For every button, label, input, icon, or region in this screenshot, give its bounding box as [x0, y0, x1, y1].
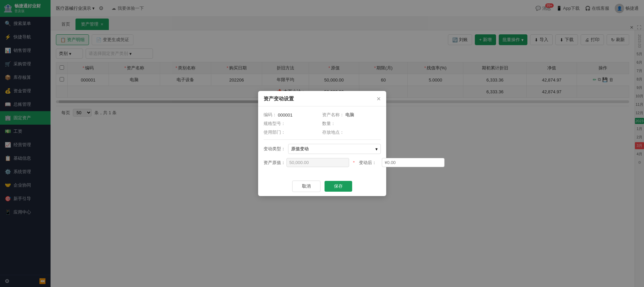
dialog-location-item: 存放地点：: [322, 129, 381, 135]
asset-name-label: 资产名称：: [322, 112, 344, 118]
dept-label: 使用部门：: [264, 129, 285, 135]
dialog-info-grid: 编码： 000001 资产名称： 电脑 规格型号： 数量： 使用部门：: [264, 112, 381, 140]
dialog-footer: 取消 保存: [258, 177, 386, 196]
dialog-close-btn[interactable]: ✕: [376, 96, 381, 102]
change-type-field: 变动类型： 原值变动 ▾: [264, 144, 381, 154]
dialog-overlay: 资产变动设置 ✕ 编码： 000001 资产名称： 电脑 规格型号： 数量：: [0, 0, 644, 287]
code-label: 编码：: [264, 112, 277, 118]
cancel-button[interactable]: 取消: [292, 181, 320, 192]
dialog-body: 编码： 000001 资产名称： 电脑 规格型号： 数量： 使用部门：: [258, 106, 386, 177]
dialog-dept-item: 使用部门：: [264, 129, 322, 135]
spec-label: 规格型号：: [264, 121, 285, 127]
original-value-input: [286, 158, 349, 167]
change-type-dropdown-icon: ▾: [375, 147, 378, 152]
after-label: 变动后：: [359, 160, 379, 166]
dialog-code-item: 编码： 000001: [264, 112, 322, 118]
dialog-name-item: 资产名称： 电脑: [322, 112, 381, 118]
dialog-title: 资产变动设置: [264, 96, 294, 102]
asset-change-dialog: 资产变动设置 ✕ 编码： 000001 资产名称： 电脑 规格型号： 数量：: [258, 91, 386, 196]
save-button[interactable]: 保存: [325, 181, 352, 192]
after-value-input[interactable]: [382, 158, 444, 167]
required-star: *: [353, 160, 355, 165]
original-value-label: 资产原值：: [264, 160, 284, 166]
code-value: 000001: [278, 113, 293, 118]
dialog-spec-item: 规格型号：: [264, 121, 322, 127]
quantity-label: 数量：: [322, 121, 335, 127]
asset-name-value: 电脑: [345, 112, 354, 118]
value-fields: 资产原值： * 变动后：: [264, 158, 381, 167]
change-type-select[interactable]: 原值变动 ▾: [288, 144, 381, 154]
location-label: 存放地点：: [322, 129, 344, 135]
change-type-value: 原值变动: [291, 146, 309, 152]
dialog-header: 资产变动设置 ✕: [258, 91, 386, 106]
change-type-label: 变动类型：: [264, 146, 285, 152]
dialog-quantity-item: 数量：: [322, 121, 381, 127]
